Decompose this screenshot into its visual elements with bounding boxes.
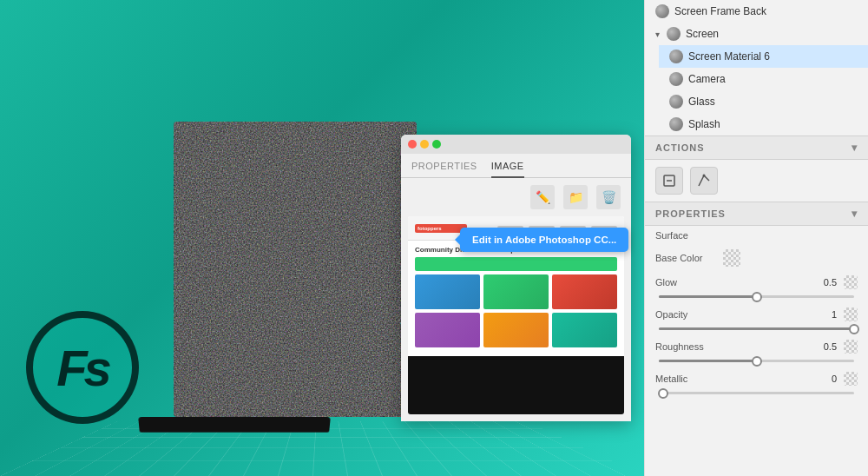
- glow-slider[interactable]: [645, 294, 868, 303]
- site-banner: [415, 257, 617, 271]
- layer-label: Screen: [686, 28, 719, 40]
- glow-label: Glow: [655, 277, 716, 288]
- panel-titlebar: [401, 135, 631, 154]
- properties-label: PROPERTIES: [655, 208, 726, 219]
- close-window-button[interactable]: [408, 140, 417, 149]
- svg-point-9: [703, 175, 706, 177]
- layers-section: Screen Frame Back ▾ Screen Screen Materi…: [645, 0, 868, 136]
- layer-sphere-icon: [669, 50, 683, 63]
- device-screen: [174, 122, 417, 417]
- edit-action-button[interactable]: [655, 167, 683, 195]
- layer-label: Screen Frame Back: [674, 5, 766, 17]
- website-content: Community Discussion Groups: [408, 241, 624, 353]
- glow-fill: [659, 295, 757, 298]
- glow-thumb[interactable]: [752, 292, 762, 302]
- actions-label: ACTIONS: [655, 142, 705, 153]
- roughness-thumb[interactable]: [752, 356, 762, 367]
- glow-track: [659, 295, 854, 298]
- roughness-checker[interactable]: [844, 340, 858, 354]
- opacity-fill: [659, 327, 854, 330]
- actions-area: [645, 160, 868, 202]
- metallic-track: [659, 392, 854, 394]
- maximize-window-button[interactable]: [432, 140, 441, 149]
- layer-item-camera[interactable]: Camera: [659, 68, 868, 90]
- magic-action-button[interactable]: [690, 167, 718, 195]
- thumb-item: [552, 313, 617, 347]
- minimize-window-button[interactable]: [420, 140, 429, 149]
- trash-tool-button[interactable]: 🗑️: [596, 185, 621, 209]
- thumb-item: [483, 274, 549, 309]
- website-logo: fotoppers: [415, 224, 467, 233]
- layer-sphere-icon: [669, 117, 683, 131]
- svg-line-7: [699, 175, 704, 186]
- wand-icon: [697, 174, 711, 188]
- thumb-item: [552, 274, 617, 309]
- roughness-fill: [659, 360, 757, 362]
- opacity-value: 1: [819, 309, 837, 320]
- metallic-thumb[interactable]: [658, 388, 668, 399]
- thumb-item: [483, 313, 549, 347]
- surface-row: Surface: [645, 226, 868, 245]
- fs-logo-text: Fs: [56, 339, 108, 397]
- thumb-item: [415, 274, 480, 309]
- opacity-row: Opacity 1: [645, 303, 868, 326]
- metallic-label: Metallic: [655, 374, 716, 384]
- tooltip-text: Edit in Adobe Photoshop CC...: [472, 235, 616, 245]
- 3d-canvas: Fs PROPERTIES IMAGE ✏️ 📁 🗑️: [0, 0, 644, 476]
- content-grid: [415, 274, 617, 347]
- layer-item-screen-frame-back[interactable]: Screen Frame Back: [645, 0, 868, 23]
- tab-color[interactable]: PROPERTIES: [411, 161, 477, 177]
- actions-section-header: ACTIONS ▾: [645, 136, 868, 160]
- roughness-slider[interactable]: [645, 358, 868, 367]
- layer-sphere-icon: [655, 4, 669, 18]
- metallic-row: Metallic 0: [645, 367, 868, 390]
- properties-section-header: PROPERTIES ▾: [645, 202, 868, 226]
- right-panel: Screen Frame Back ▾ Screen Screen Materi…: [644, 0, 868, 476]
- glow-row: Glow 0.5: [645, 271, 868, 294]
- opacity-checker[interactable]: [844, 307, 858, 321]
- layer-label: Splash: [688, 118, 720, 130]
- pencil-tool-button[interactable]: ✏️: [530, 185, 555, 209]
- layer-label: Camera: [688, 73, 726, 85]
- actions-collapse-button[interactable]: ▾: [852, 142, 858, 154]
- edit-icon: [662, 174, 676, 188]
- fs-logo: Fs: [26, 311, 139, 424]
- layer-label: Glass: [688, 96, 715, 108]
- layer-sphere-icon: [667, 27, 681, 41]
- base-color-row: Base Color: [645, 245, 868, 271]
- opacity-thumb[interactable]: [849, 324, 859, 334]
- roughness-track: [659, 360, 854, 362]
- panel-tabs: PROPERTIES IMAGE: [401, 154, 631, 178]
- site-footer-dark: [408, 356, 624, 414]
- layer-item-screen-material-6[interactable]: Screen Material 6: [659, 45, 868, 68]
- properties-collapse-button[interactable]: ▾: [852, 208, 858, 220]
- properties-section: Surface Base Color Glow 0.5 Opacity 1: [645, 226, 868, 476]
- metallic-checker[interactable]: [844, 372, 858, 386]
- floating-material-panel: PROPERTIES IMAGE ✏️ 📁 🗑️ fotoppers: [401, 135, 631, 421]
- roughness-label: Roughness: [655, 341, 716, 352]
- roughness-value: 0.5: [819, 341, 837, 352]
- layer-item-screen[interactable]: ▾ Screen: [645, 23, 868, 45]
- metallic-slider[interactable]: [645, 390, 868, 400]
- panel-window-controls: [408, 140, 441, 149]
- base-color-checker[interactable]: [723, 249, 740, 267]
- metallic-value: 0: [819, 374, 837, 384]
- folder-tool-button[interactable]: 📁: [563, 185, 588, 209]
- glow-value: 0.5: [819, 277, 837, 288]
- layer-sphere-icon: [669, 95, 683, 109]
- device-base: [138, 417, 331, 433]
- layer-item-glass[interactable]: Glass: [659, 90, 868, 113]
- opacity-label: Opacity: [655, 309, 716, 320]
- chevron-down-icon: ▾: [655, 30, 660, 39]
- layer-item-splash[interactable]: Splash: [659, 113, 868, 136]
- tab-image[interactable]: IMAGE: [491, 161, 524, 178]
- glow-checker[interactable]: [844, 275, 858, 289]
- roughness-row: Roughness 0.5: [645, 335, 868, 358]
- panel-toolbar: ✏️ 📁 🗑️: [401, 178, 631, 216]
- edit-photoshop-tooltip[interactable]: Edit in Adobe Photoshop CC...: [460, 228, 628, 252]
- opacity-track: [659, 327, 854, 330]
- layer-label: Screen Material 6: [688, 50, 770, 63]
- opacity-slider[interactable]: [645, 326, 868, 335]
- thumb-item: [415, 313, 480, 347]
- layer-sphere-icon: [669, 72, 683, 86]
